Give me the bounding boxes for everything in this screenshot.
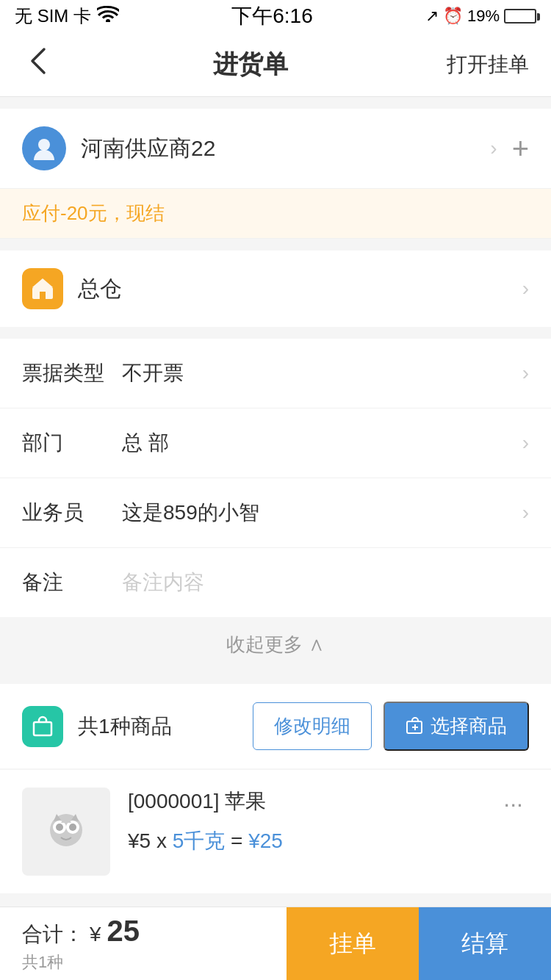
remark-row[interactable]: 备注 备注内容 xyxy=(0,548,551,617)
total-label-row: 合计： ¥ 25 xyxy=(22,915,264,948)
product-thumb-icon xyxy=(40,802,92,861)
invoice-label: 票据类型 xyxy=(22,359,110,387)
product-code: [0000001] xyxy=(128,790,220,813)
products-count: 共1种商品 xyxy=(78,713,253,741)
svg-rect-4 xyxy=(34,722,51,735)
total-sub: 共1种 xyxy=(22,951,264,973)
supplier-name: 河南供应商22 xyxy=(81,134,490,164)
salesman-value: 这是859的小智 xyxy=(122,499,522,527)
department-value: 总 部 xyxy=(122,429,522,457)
salesman-label: 业务员 xyxy=(22,499,110,527)
warehouse-section: 总仓 › xyxy=(0,251,551,327)
total-currency: ¥ xyxy=(90,923,101,946)
alarm-icon: ⏰ xyxy=(443,7,463,26)
invoice-value: 不开票 xyxy=(122,359,522,387)
product-equals: = xyxy=(231,829,248,852)
product-item: [0000001] 苹果 ¥5 x 5千克 = ¥25 ··· xyxy=(0,770,551,893)
collapse-label: 收起更多 ∧ xyxy=(226,633,324,655)
footer-total: 合计： ¥ 25 共1种 xyxy=(0,915,287,973)
status-icons: ↗ ⏰ 19% xyxy=(425,7,536,26)
salesman-chevron-icon: › xyxy=(522,501,529,525)
form-section: 票据类型 不开票 › 部门 总 部 › 业务员 这是859的小智 › 备注 备注… xyxy=(0,339,551,617)
warehouse-chevron-icon: › xyxy=(522,277,529,300)
total-text: 合计： xyxy=(22,920,84,948)
page-title: 进货单 xyxy=(213,48,288,82)
svg-rect-3 xyxy=(40,292,46,299)
select-product-button[interactable]: 选择商品 xyxy=(383,702,529,751)
salesman-row[interactable]: 业务员 这是859的小智 › xyxy=(0,478,551,548)
warehouse-row[interactable]: 总仓 › xyxy=(0,251,551,327)
products-header: 共1种商品 修改明细 选择商品 xyxy=(0,684,551,768)
nav-bar: 进货单 打开挂单 xyxy=(0,32,551,97)
open-pending-button[interactable]: 打开挂单 xyxy=(447,51,529,79)
supplier-chevron-icon: › xyxy=(490,137,497,160)
warehouse-icon xyxy=(22,268,63,309)
location-icon: ↗ xyxy=(425,7,439,26)
svg-marker-2 xyxy=(32,278,53,287)
svg-point-12 xyxy=(69,824,76,831)
remark-label: 备注 xyxy=(22,569,110,597)
status-bar: 无 SIM 卡 下午6:16 ↗ ⏰ 19% xyxy=(0,0,551,32)
supplier-section: 河南供应商22 › + 应付-20元，现结 xyxy=(0,109,551,239)
department-row[interactable]: 部门 总 部 › xyxy=(0,408,551,478)
hang-button[interactable]: 挂单 xyxy=(287,907,419,981)
supplier-notice: 应付-20元，现结 xyxy=(0,189,551,239)
supplier-row[interactable]: 河南供应商22 › + xyxy=(0,109,551,189)
product-multiply: x xyxy=(156,829,173,852)
checkout-button[interactable]: 结算 xyxy=(419,907,551,981)
collapse-bar[interactable]: 收起更多 ∧ xyxy=(0,617,551,672)
battery-text: 19% xyxy=(467,7,500,26)
status-carrier: 无 SIM 卡 xyxy=(15,4,119,28)
warehouse-name: 总仓 xyxy=(78,274,522,304)
product-price-row: ¥5 x 5千克 = ¥25 xyxy=(128,827,497,855)
back-button[interactable] xyxy=(22,39,54,90)
remark-input[interactable]: 备注内容 xyxy=(122,569,529,597)
product-title: 苹果 xyxy=(225,790,266,813)
department-chevron-icon: › xyxy=(522,431,529,455)
svg-point-0 xyxy=(38,139,50,151)
add-supplier-button[interactable]: + xyxy=(512,132,529,165)
supplier-avatar xyxy=(22,126,66,170)
status-time: 下午6:16 xyxy=(231,2,313,30)
product-info: [0000001] 苹果 ¥5 x 5千克 = ¥25 xyxy=(128,788,497,855)
invoice-row[interactable]: 票据类型 不开票 › xyxy=(0,339,551,408)
products-icon xyxy=(22,706,63,747)
modify-detail-button[interactable]: 修改明细 xyxy=(253,702,372,750)
product-menu-button[interactable]: ··· xyxy=(497,788,529,821)
product-unit-price: ¥5 xyxy=(128,829,151,852)
carrier-text: 无 SIM 卡 xyxy=(15,4,91,28)
wifi-icon xyxy=(97,6,119,26)
invoice-chevron-icon: › xyxy=(522,361,529,385)
department-label: 部门 xyxy=(22,429,110,457)
select-product-label: 选择商品 xyxy=(431,713,507,739)
product-total: ¥25 xyxy=(248,829,283,852)
product-name: [0000001] 苹果 xyxy=(128,788,497,815)
footer-bar: 合计： ¥ 25 共1种 挂单 结算 xyxy=(0,907,551,980)
battery-icon xyxy=(504,9,536,24)
product-thumbnail xyxy=(22,788,110,876)
product-quantity: 5千克 xyxy=(173,829,226,852)
svg-point-11 xyxy=(56,824,63,831)
total-amount: 25 xyxy=(107,915,140,948)
